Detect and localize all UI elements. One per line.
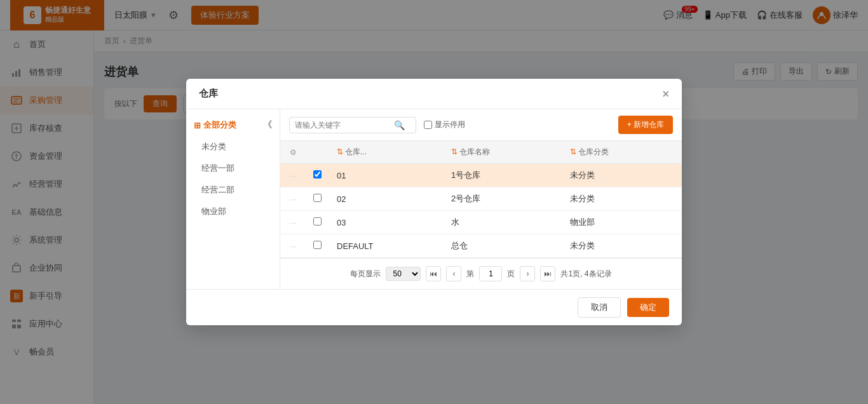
row-code: 01 <box>329 164 444 187</box>
checkbox-col-header <box>306 141 329 164</box>
row-code: 03 <box>329 211 444 234</box>
row-checkbox[interactable] <box>306 187 329 211</box>
dialog-body: ⊞ 全部分类 《 未分类 经营一部 经营二部 物业部 🔍 <box>186 109 682 289</box>
show-disabled-checkbox[interactable] <box>424 121 432 129</box>
row-category: 未分类 <box>562 164 682 187</box>
code-col-header: ⇅仓库... <box>329 141 444 164</box>
dialog-footer: 取消 确定 <box>186 289 682 325</box>
row-code: 02 <box>329 187 444 211</box>
table-row[interactable]: ··· DEFAULT 总仓 未分类 <box>280 234 682 258</box>
page-label-before: 第 <box>466 269 474 279</box>
dialog-title: 仓库 <box>199 88 218 100</box>
warehouse-dialog: 仓库 × ⊞ 全部分类 《 未分类 经营一部 经营二部 物业部 <box>186 79 682 325</box>
pagination: 每页显示 50 100 200 ⏮ ‹ 第 页 › ⏭ 共1页, 4条记录 <box>280 258 682 289</box>
search-box: 🔍 <box>289 117 416 133</box>
page-label-after: 页 <box>507 269 515 279</box>
table-row[interactable]: ··· 02 2号仓库 未分类 <box>280 187 682 211</box>
settings-col-header: ⚙ <box>280 141 306 164</box>
category-item-op1[interactable]: 经营一部 <box>186 158 280 179</box>
add-warehouse-button[interactable]: + 新增仓库 <box>618 116 673 134</box>
dialog-close-button[interactable]: × <box>662 88 669 100</box>
row-checkbox[interactable] <box>306 234 329 258</box>
row-checkbox[interactable] <box>306 211 329 234</box>
total-info: 共1页, 4条记录 <box>560 269 611 279</box>
prev-page-button[interactable]: ‹ <box>446 266 461 281</box>
row-name: 1号仓库 <box>444 164 563 187</box>
row-category: 未分类 <box>562 187 682 211</box>
row-name: 水 <box>444 211 563 234</box>
row-category: 未分类 <box>562 234 682 258</box>
list-panel: 🔍 显示停用 + 新增仓库 ⚙ <box>280 109 682 289</box>
name-col-header: ⇅仓库名称 <box>444 141 563 164</box>
row-gear[interactable]: ··· <box>280 234 306 258</box>
per-page-label: 每页显示 <box>350 269 381 279</box>
data-table: ⚙ ⇅仓库... ⇅仓库名称 ⇅仓库分类 ··· 01 <box>280 141 682 258</box>
show-disabled-label: 显示停用 <box>424 119 465 130</box>
search-icon[interactable]: 🔍 <box>394 120 405 130</box>
per-page-select[interactable]: 50 100 200 <box>386 267 421 281</box>
next-page-button[interactable]: › <box>520 266 535 281</box>
category-item-property[interactable]: 物业部 <box>186 201 280 222</box>
category-item-op2[interactable]: 经营二部 <box>186 179 280 201</box>
row-name: 2号仓库 <box>444 187 563 211</box>
dialog-header: 仓库 × <box>186 79 682 109</box>
warehouse-table: ⚙ ⇅仓库... ⇅仓库名称 ⇅仓库分类 ··· 01 <box>280 141 682 258</box>
dialog-overlay: 仓库 × ⊞ 全部分类 《 未分类 经营一部 经营二部 物业部 <box>0 0 868 404</box>
row-code: DEFAULT <box>329 234 444 258</box>
all-categories-label: 全部分类 <box>203 119 236 131</box>
list-toolbar: 🔍 显示停用 + 新增仓库 <box>280 109 682 141</box>
category-col-header: ⇅仓库分类 <box>562 141 682 164</box>
category-item-none[interactable]: 未分类 <box>186 136 280 158</box>
table-header-row: ⚙ ⇅仓库... ⇅仓库名称 ⇅仓库分类 <box>280 141 682 164</box>
confirm-button[interactable]: 确定 <box>627 298 669 317</box>
row-gear[interactable]: ··· <box>280 164 306 187</box>
grid-icon: ⊞ <box>194 121 201 130</box>
category-panel: ⊞ 全部分类 《 未分类 经营一部 经营二部 物业部 <box>186 109 280 289</box>
cancel-button[interactable]: 取消 <box>578 297 621 318</box>
first-page-button[interactable]: ⏮ <box>426 266 441 281</box>
all-categories-item[interactable]: ⊞ 全部分类 《 <box>186 114 280 136</box>
row-gear[interactable]: ··· <box>280 187 306 211</box>
row-category: 物业部 <box>562 211 682 234</box>
row-checkbox[interactable] <box>306 164 329 187</box>
collapse-icon[interactable]: 《 <box>263 119 272 131</box>
table-row[interactable]: ··· 03 水 物业部 <box>280 211 682 234</box>
page-input[interactable] <box>479 266 502 281</box>
table-row[interactable]: ··· 01 1号仓库 未分类 <box>280 164 682 187</box>
row-name: 总仓 <box>444 234 563 258</box>
row-gear[interactable]: ··· <box>280 211 306 234</box>
last-page-button[interactable]: ⏭ <box>540 266 555 281</box>
search-input[interactable] <box>295 121 390 130</box>
